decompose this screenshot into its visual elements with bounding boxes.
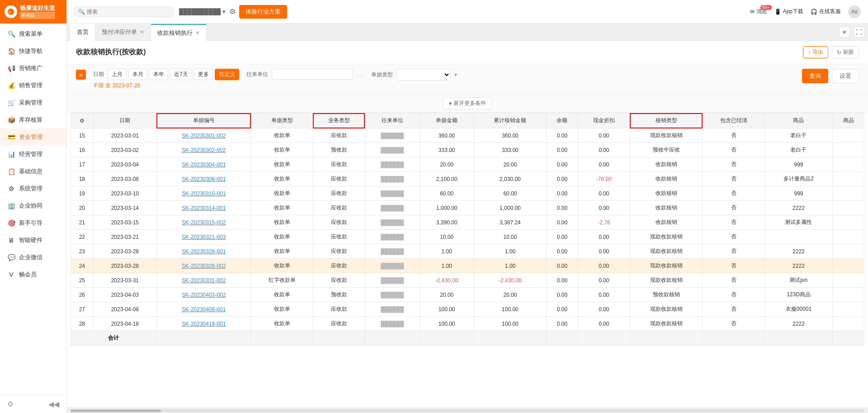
- cell-balance: 0.00: [547, 201, 578, 215]
- refresh-button[interactable]: ↻ 刷新: [832, 46, 859, 58]
- cell-doc-num[interactable]: SK-20230310-001: [156, 186, 250, 201]
- tab-writeoff[interactable]: 收款核销执行 ✕: [151, 24, 207, 41]
- cell-doc-num[interactable]: SK-20230314-001: [156, 201, 250, 215]
- filter-settings-button[interactable]: 设置: [832, 69, 859, 83]
- cell-doc-num[interactable]: SK-20230321-003: [156, 230, 250, 244]
- sidebar-item-label: 经营管理: [19, 150, 42, 158]
- tab-payable-close-icon[interactable]: ✕: [140, 29, 144, 35]
- cell-biz-type: 应收款: [313, 230, 365, 244]
- sidebar-item-marketing[interactable]: 📢 营销推广: [0, 60, 66, 77]
- col-header-settings[interactable]: ⚙: [71, 113, 94, 128]
- filter-toggle-button[interactable]: »: [76, 70, 86, 80]
- cell-goods2: [833, 317, 864, 331]
- tab-close-all-button[interactable]: ✕: [839, 27, 850, 38]
- cell-doc-num[interactable]: SK-20230328-002: [156, 259, 250, 273]
- scrollbar-track[interactable]: [71, 409, 864, 412]
- cell-doc-num[interactable]: SK-20230418-001: [156, 317, 250, 331]
- sidebar-item-label: 畅会员: [19, 271, 37, 279]
- headset-icon: 🎧: [811, 9, 817, 15]
- cell-no: 21: [71, 215, 94, 230]
- sidebar-item-purchase[interactable]: 🛒 采购管理: [0, 94, 66, 111]
- cell-partner: ██████: [365, 259, 420, 273]
- sidebar-item-wechat[interactable]: 💬 企业微信: [0, 249, 66, 266]
- member-icon: V: [7, 271, 15, 279]
- app-download-button[interactable]: 📱 App下载: [774, 8, 803, 15]
- cell-doc-num[interactable]: SK-20230308-001: [156, 172, 250, 186]
- cell-date: 2023-03-04: [93, 157, 156, 172]
- cell-doc-num[interactable]: SK-20230301-002: [156, 128, 250, 143]
- partner-input[interactable]: [272, 69, 353, 80]
- workspace-dropdown[interactable]: ██████████ ▾: [179, 8, 226, 15]
- tab-payable[interactable]: 预付冲应付单 ✕: [95, 24, 151, 41]
- cell-writeoff-amount: 20.00: [474, 157, 546, 172]
- cell-doc-num[interactable]: SK-20230302-002: [156, 143, 250, 157]
- date-last-month-button[interactable]: 上月: [108, 69, 127, 80]
- sidebar-item-basic[interactable]: 📋 基础信息: [0, 163, 66, 180]
- export-button[interactable]: ↑ 导出: [803, 46, 828, 58]
- sidebar-item-shortcuts[interactable]: 🏠 快捷导航: [0, 43, 66, 60]
- sidebar-item-member[interactable]: V 畅会员: [0, 266, 66, 283]
- sidebar-item-label: 资金管理: [19, 133, 42, 141]
- voucher-type-select[interactable]: [396, 69, 451, 81]
- table-settings-icon[interactable]: ⚙: [80, 118, 85, 124]
- avatar[interactable]: Rit: [848, 5, 861, 18]
- sidebar-item-operations[interactable]: 📊 经营管理: [0, 146, 66, 163]
- filter-expand-button[interactable]: ▾ 展开更多条件: [443, 97, 492, 109]
- query-button[interactable]: 查询: [802, 69, 828, 83]
- online-service-button[interactable]: 🎧 在线客服: [811, 8, 841, 15]
- cell-doc-type: 收款单: [251, 128, 313, 143]
- date-custom-button[interactable]: 自定义: [215, 69, 239, 80]
- gear-icon[interactable]: ⚙: [229, 7, 236, 16]
- sidebar-item-hardware[interactable]: 🖥 智能硬件: [0, 232, 66, 249]
- table-row: 22 2023-03-21 SK-20230321-003 收款单 应收款 ██…: [71, 230, 864, 244]
- guide-icon: 🎯: [7, 219, 15, 227]
- tab-home[interactable]: 首页: [71, 24, 95, 41]
- sidebar-item-sales[interactable]: 💰 销售管理: [0, 77, 66, 94]
- sidebar-item-corp[interactable]: 🏢 企业协同: [0, 197, 66, 214]
- cell-writeoff-type: 现款收款核销: [630, 230, 702, 244]
- cell-doc-num[interactable]: SK-20230408-001: [156, 302, 250, 317]
- tab-writeoff-close-icon[interactable]: ✕: [195, 30, 200, 36]
- cell-doc-num[interactable]: SK-20230315-002: [156, 215, 250, 230]
- cell-doc-num[interactable]: SK-20230304-001: [156, 157, 250, 172]
- sidebar-item-guide[interactable]: 🎯 新手引导: [0, 214, 66, 232]
- sidebar-logo: 6 畅康道好生意 标准版: [0, 0, 66, 24]
- cell-doc-num[interactable]: SK-20230328-001: [156, 244, 250, 259]
- table-scrollbar[interactable]: [67, 408, 868, 413]
- industry-solution-button[interactable]: 体验行业方案: [239, 5, 287, 19]
- filter-date-group: 日期 上月 本月 本年 近7天 更多 自定义 不限 至 2023-07-26: [93, 69, 239, 90]
- cell-amount: 1,000.00: [420, 201, 474, 215]
- footer-doc-type: [251, 331, 313, 346]
- footer-goods: [764, 331, 832, 346]
- export-icon: ↑: [808, 49, 811, 56]
- date-7days-button[interactable]: 近7天: [170, 69, 192, 80]
- collapse-icon[interactable]: ◀◀: [48, 400, 59, 408]
- settings-bottom-icon[interactable]: ⚙: [7, 400, 14, 408]
- sidebar-item-label: 快捷导航: [19, 47, 42, 55]
- scrollbar-thumb[interactable]: [71, 409, 161, 412]
- date-this-year-button[interactable]: 本年: [149, 69, 168, 80]
- date-more-button[interactable]: 更多: [194, 69, 213, 80]
- partner-label: 往来单位: [246, 71, 268, 78]
- sidebar-item-inventory[interactable]: 📦 库存核算: [0, 111, 66, 128]
- table-container[interactable]: ⚙ 日期 单据编号 单据类型 业务类型 往来单位 单据金额 累计核销金额 余额 …: [67, 113, 868, 408]
- search-box[interactable]: 🔍: [74, 6, 174, 17]
- cell-partner: ██████: [365, 143, 420, 157]
- cell-no: 25: [71, 273, 94, 288]
- search-input[interactable]: [87, 9, 150, 15]
- message-button[interactable]: ✉ 消息 99+: [750, 8, 767, 15]
- filter-partner-group: 往来单位 ...: [246, 69, 364, 80]
- cell-amount: 10.00: [420, 230, 474, 244]
- cell-doc-num[interactable]: SK-20230403-002: [156, 288, 250, 302]
- sidebar-item-finance[interactable]: 💳 资金管理: [0, 128, 66, 146]
- tab-fullscreen-button[interactable]: ⛶: [854, 27, 864, 38]
- cell-doc-num[interactable]: SK-20230331-002: [156, 273, 250, 288]
- sidebar-item-system[interactable]: ⚙ 系统管理: [0, 180, 66, 197]
- cell-cash-discount: 0.00: [578, 230, 630, 244]
- cell-include-settled: 否: [703, 186, 765, 201]
- cell-biz-type: 应收款: [313, 157, 365, 172]
- date-this-month-button[interactable]: 本月: [128, 69, 147, 80]
- cell-include-settled: 否: [703, 259, 765, 273]
- sidebar-item-search[interactable]: 🔍 搜索菜单: [0, 25, 66, 43]
- cell-date: 2023-03-02: [93, 143, 156, 157]
